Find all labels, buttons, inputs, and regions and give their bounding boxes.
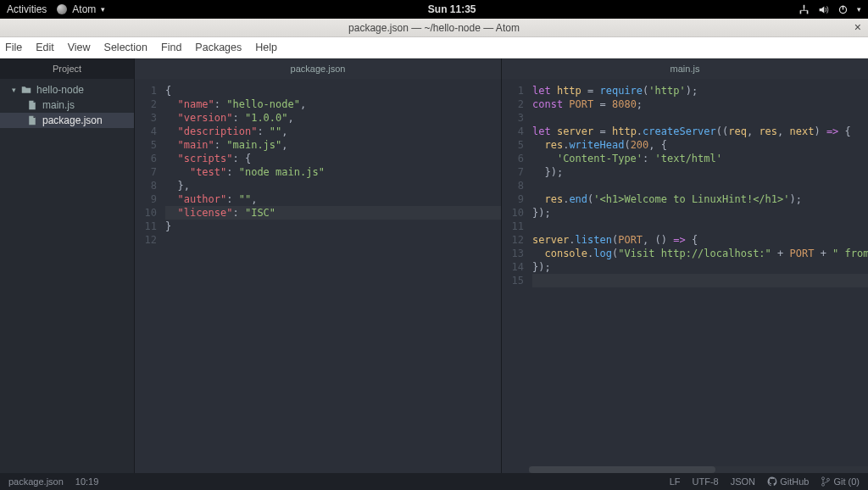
menu-selection[interactable]: Selection	[104, 42, 147, 53]
status-cursor[interactable]: 10:19	[75, 476, 99, 487]
svg-rect-2	[807, 10, 809, 14]
project-sidebar: Project ▾ hello-node main.jspackage.json	[0, 58, 134, 473]
desktop-top-bar: Activities Atom ▾ Sun 11:35 ▾	[0, 0, 868, 19]
volume-icon	[818, 4, 829, 15]
clock[interactable]: Sun 11:35	[105, 3, 798, 15]
status-encoding[interactable]: UTF-8	[693, 476, 719, 487]
app-name: Atom	[72, 3, 96, 15]
status-file[interactable]: package.json	[8, 476, 64, 487]
file-icon	[27, 115, 37, 125]
editor-tab[interactable]: package.json	[135, 58, 501, 79]
workspace: Project ▾ hello-node main.jspackage.json…	[0, 58, 868, 473]
svg-rect-0	[804, 4, 805, 8]
network-icon	[798, 4, 810, 15]
svg-rect-1	[800, 10, 802, 14]
folder-label: hello-node	[36, 84, 84, 96]
svg-point-6	[822, 483, 825, 486]
chevron-down-icon: ▾	[12, 86, 16, 94]
svg-point-7	[827, 478, 830, 481]
editor-tab[interactable]: main.js	[502, 58, 868, 79]
tree-file-main-js[interactable]: main.js	[0, 97, 134, 113]
menu-edit[interactable]: Edit	[36, 42, 54, 53]
file-label: main.js	[42, 99, 75, 111]
editor-pane: main.js123456789101112131415let http = r…	[501, 58, 868, 473]
git-branch-icon	[821, 476, 831, 487]
code-content[interactable]: { "name": "hello-node", "version": "1.0.…	[162, 79, 501, 473]
menu-find[interactable]: Find	[161, 42, 181, 53]
sidebar-title: Project	[0, 58, 134, 79]
code-content[interactable]: let http = require('http');const PORT = …	[529, 79, 868, 473]
file-icon	[27, 100, 37, 110]
status-language[interactable]: JSON	[731, 476, 755, 487]
code-area[interactable]: 123456789101112{ "name": "hello-node", "…	[135, 79, 501, 473]
file-tree: ▾ hello-node main.jspackage.json	[0, 79, 134, 131]
editor-panes: package.json123456789101112{ "name": "he…	[134, 58, 868, 473]
atom-icon	[57, 4, 67, 14]
svg-rect-4	[843, 5, 843, 9]
status-eol[interactable]: LF	[670, 476, 681, 487]
status-github[interactable]: GitHub	[767, 476, 809, 487]
tree-file-package-json[interactable]: package.json	[0, 113, 134, 128]
file-label: package.json	[42, 114, 103, 126]
svg-point-5	[822, 477, 825, 480]
window-titlebar[interactable]: package.json — ~/hello-node — Atom ×	[0, 19, 868, 37]
code-area[interactable]: 123456789101112131415let http = require(…	[502, 79, 868, 473]
scrollbar-thumb[interactable]	[529, 466, 715, 473]
system-tray[interactable]: ▾	[798, 4, 861, 15]
status-github-label: GitHub	[780, 476, 809, 487]
folder-icon	[21, 85, 31, 95]
github-icon	[767, 476, 777, 487]
gutter: 123456789101112131415	[502, 79, 529, 473]
menu-help[interactable]: Help	[255, 42, 277, 53]
status-bar: package.json 10:19 LF UTF-8 JSON GitHub …	[0, 473, 868, 490]
status-git[interactable]: Git (0)	[821, 476, 860, 487]
activities-button[interactable]: Activities	[7, 3, 47, 15]
horizontal-scrollbar[interactable]	[529, 466, 868, 473]
chevron-down-icon: ▾	[857, 5, 861, 14]
status-git-label: Git (0)	[833, 476, 860, 487]
window-close-button[interactable]: ×	[854, 21, 861, 33]
window-title: package.json — ~/hello-node — Atom	[348, 22, 520, 34]
menu-view[interactable]: View	[68, 42, 91, 53]
power-icon	[837, 4, 849, 15]
menu-bar: FileEditViewSelectionFindPackagesHelp	[0, 37, 868, 58]
editor-pane: package.json123456789101112{ "name": "he…	[134, 58, 501, 473]
tree-root-folder[interactable]: ▾ hello-node	[0, 82, 134, 97]
menu-packages[interactable]: Packages	[195, 42, 242, 53]
gutter: 123456789101112	[135, 79, 162, 473]
menu-file[interactable]: File	[5, 42, 22, 53]
atom-app-indicator[interactable]: Atom ▾	[57, 3, 105, 15]
